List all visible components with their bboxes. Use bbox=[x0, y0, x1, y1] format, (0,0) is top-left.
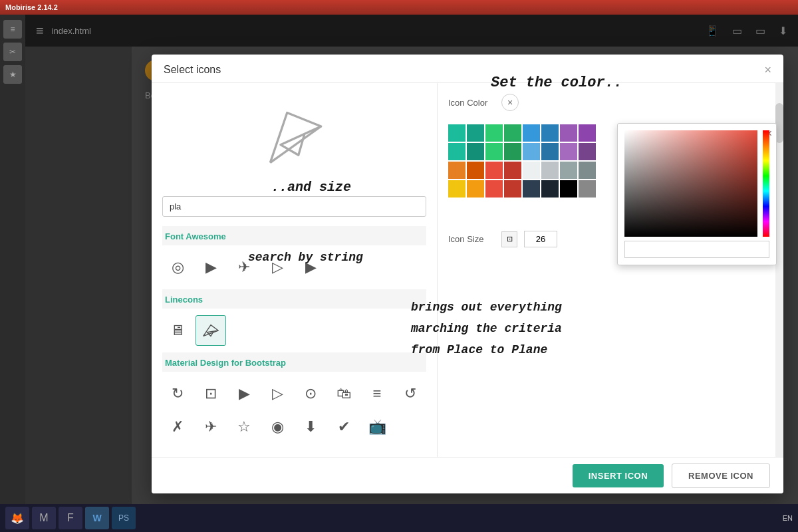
swatch-red-4[interactable] bbox=[504, 180, 521, 198]
taskbar-word[interactable]: W bbox=[85, 507, 109, 529]
modal-footer: INSERT ICON REMOVE ICON bbox=[152, 457, 783, 493]
size-input[interactable] bbox=[524, 231, 557, 247]
icon-play-circle-outline[interactable]: ▷ bbox=[262, 378, 293, 409]
swatch-light-1[interactable] bbox=[523, 162, 540, 179]
taskbar: 🦊 M F W PS EN bbox=[0, 504, 798, 532]
swatch-yellow-1[interactable] bbox=[448, 180, 466, 198]
size-icon-toggle[interactable]: ⊡ bbox=[501, 231, 517, 247]
sidebar-icon-star[interactable]: ★ bbox=[3, 65, 22, 84]
taskbar-firefox[interactable]: 🦊 bbox=[5, 507, 29, 529]
swatch-green-1[interactable] bbox=[485, 124, 503, 142]
swatch-teal-1[interactable] bbox=[448, 124, 466, 142]
icon-plane[interactable]: ✈ bbox=[229, 252, 259, 283]
swatch-green-2[interactable] bbox=[504, 124, 521, 142]
icon-color-row: Icon Color × bbox=[448, 94, 773, 111]
icon-paper-plane-selected[interactable] bbox=[196, 315, 226, 346]
modal-left-panel: Font Awesome ◎ ▶ ✈ ▷ ▶ Linecons bbox=[152, 83, 438, 485]
remove-icon-button[interactable]: REMOVE ICON bbox=[672, 464, 770, 488]
swatch-dark-2[interactable] bbox=[541, 180, 559, 198]
icon-airplanemode-off[interactable]: ✗ bbox=[162, 412, 193, 442]
icon-play-circle[interactable]: ◎ bbox=[162, 252, 193, 283]
search-wrapper bbox=[162, 196, 426, 217]
font-awesome-icons: ◎ ▶ ✈ ▷ ▶ bbox=[162, 249, 426, 289]
swatch-purple-4[interactable] bbox=[579, 143, 596, 160]
swatch-red-3[interactable] bbox=[485, 180, 503, 198]
preview-icon bbox=[247, 88, 340, 192]
swatch-blue-1[interactable] bbox=[523, 124, 540, 142]
color-picker-popup: × bbox=[617, 123, 777, 265]
swatch-black[interactable] bbox=[560, 180, 577, 198]
taskbar-filezilla[interactable]: F bbox=[59, 507, 82, 529]
modal-right-panel: Icon Color × bbox=[438, 83, 783, 485]
modal-overlay: Select icons × bbox=[25, 15, 798, 532]
icon-size-label: Icon Size bbox=[448, 234, 495, 244]
swatch-mid-gray[interactable] bbox=[579, 180, 596, 198]
swatch-green-4[interactable] bbox=[504, 143, 521, 160]
title-bar-text: Mobirise 2.14.2 bbox=[5, 3, 58, 11]
select-icons-modal: Select icons × bbox=[152, 55, 783, 493]
icon-replay[interactable]: ↺ bbox=[395, 378, 426, 409]
swatch-dark-1[interactable] bbox=[523, 180, 540, 198]
hex-color-input[interactable] bbox=[624, 241, 769, 258]
modal-close-button[interactable]: × bbox=[764, 64, 771, 76]
icon-stars[interactable]: ☆ bbox=[229, 412, 259, 442]
color-gradient-box[interactable] bbox=[624, 130, 757, 237]
linecons-icons: 🖥 bbox=[162, 313, 426, 352]
swatch-red-1[interactable] bbox=[485, 162, 503, 179]
icon-shop[interactable]: 🛍 bbox=[329, 378, 359, 409]
icon-playlist-add-check[interactable]: ✔ bbox=[329, 412, 359, 442]
swatch-blue-2[interactable] bbox=[541, 124, 559, 142]
swatch-orange-2[interactable] bbox=[467, 162, 484, 179]
icon-place[interactable]: ◉ bbox=[262, 412, 293, 442]
icon-cast[interactable]: 📺 bbox=[362, 412, 392, 442]
sidebar-icon-clip[interactable]: ✂ bbox=[3, 43, 22, 61]
icon-shop-two[interactable]: ⬇ bbox=[295, 412, 326, 442]
section-font-awesome: Font Awesome bbox=[162, 226, 426, 245]
icon-play-arrow[interactable]: ▶ bbox=[229, 378, 259, 409]
icon-airplanemode-on[interactable]: ✈ bbox=[196, 412, 226, 442]
icon-refresh[interactable]: ↻ bbox=[162, 378, 193, 409]
modal-title: Select icons bbox=[164, 64, 221, 76]
taskbar-locale: EN bbox=[783, 514, 793, 522]
search-input[interactable] bbox=[162, 196, 426, 217]
icon-play-fill[interactable]: ▶ bbox=[196, 252, 226, 283]
taskbar-photoshop[interactable]: PS bbox=[112, 507, 136, 529]
swatch-teal-3[interactable] bbox=[448, 143, 466, 160]
icon-play-circle-2[interactable]: ▷ bbox=[262, 252, 293, 283]
left-sidebar: ≡ ✂ ★ bbox=[0, 15, 25, 532]
swatch-light-2[interactable] bbox=[541, 162, 559, 179]
swatch-red-2[interactable] bbox=[504, 162, 521, 179]
swatch-gray-1[interactable] bbox=[560, 162, 577, 179]
icon-brightness[interactable]: ⊡ bbox=[196, 378, 226, 409]
insert-icon-button[interactable]: INSERT ICON bbox=[573, 464, 664, 487]
swatch-teal-4[interactable] bbox=[467, 143, 484, 160]
section-linecons: Linecons bbox=[162, 289, 426, 309]
swatch-purple-1[interactable] bbox=[560, 124, 577, 142]
icons-scroll-area[interactable]: Font Awesome ◎ ▶ ✈ ▷ ▶ Linecons bbox=[162, 226, 426, 475]
swatch-blue-3[interactable] bbox=[523, 143, 540, 160]
swatch-gray-2[interactable] bbox=[579, 162, 596, 179]
swatch-green-3[interactable] bbox=[485, 143, 503, 160]
svg-line-0 bbox=[264, 126, 327, 162]
material-design-icons: ↻ ⊡ ▶ ▷ ⊙ 🛍 ≡ ↺ ✗ ✈ ☆ ◉ ⬇ bbox=[162, 376, 426, 449]
color-hue-bar[interactable] bbox=[763, 130, 769, 237]
taskbar-mobirise[interactable]: M bbox=[32, 507, 56, 529]
icon-preview-area bbox=[162, 94, 426, 187]
icon-desktop[interactable]: 🖥 bbox=[162, 315, 193, 346]
icon-play-circle-filled[interactable]: ⊙ bbox=[295, 378, 326, 409]
section-material-design: Material Design for Bootstrap bbox=[162, 352, 426, 372]
app-area: ≡ index.html 📱 ▭ ▭ ⬇ Bootstrap is the mo… bbox=[25, 15, 798, 532]
sidebar-icon-menu[interactable]: ≡ bbox=[3, 20, 22, 39]
title-bar: Mobirise 2.14.2 bbox=[0, 0, 798, 15]
swatch-yellow-2[interactable] bbox=[467, 180, 484, 198]
modal-body: Font Awesome ◎ ▶ ✈ ▷ ▶ Linecons bbox=[152, 83, 783, 485]
swatch-teal-2[interactable] bbox=[467, 124, 484, 142]
color-close-button[interactable]: × bbox=[501, 94, 519, 111]
swatch-orange-1[interactable] bbox=[448, 162, 466, 179]
icon-play-square[interactable]: ▶ bbox=[295, 252, 326, 283]
icon-color-label: Icon Color bbox=[448, 98, 495, 108]
icon-playlist[interactable]: ≡ bbox=[362, 378, 392, 409]
swatch-blue-4[interactable] bbox=[541, 143, 559, 160]
swatch-purple-2[interactable] bbox=[579, 124, 596, 142]
swatch-purple-3[interactable] bbox=[560, 143, 577, 160]
